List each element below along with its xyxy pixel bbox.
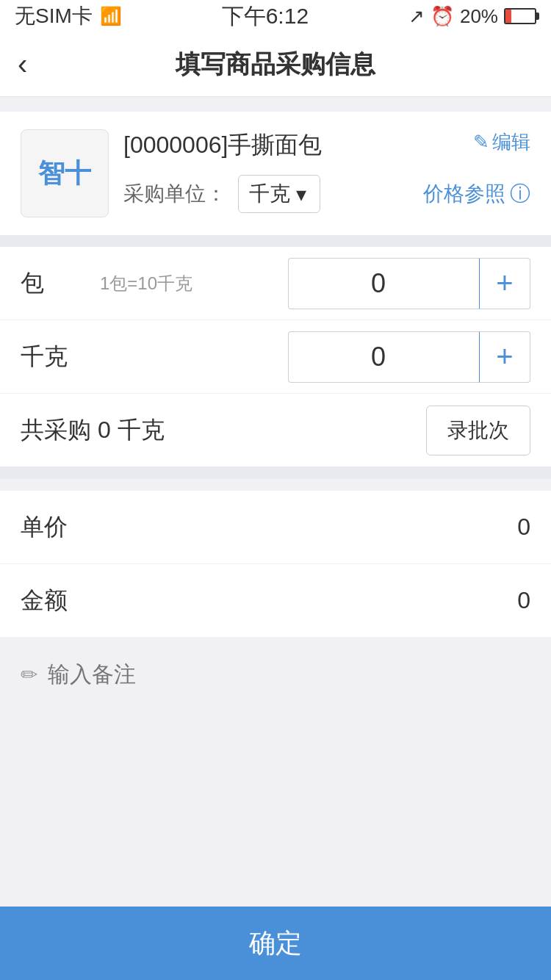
remark-input[interactable] <box>48 662 530 687</box>
unit-dropdown[interactable]: 千克 ▾ <box>238 175 320 213</box>
kg-qty-input[interactable] <box>288 331 479 383</box>
kg-plus-button[interactable]: + <box>479 331 530 383</box>
pencil-icon: ✏ <box>21 663 37 687</box>
page-title: 填写商品采购信息 <box>176 48 375 82</box>
dropdown-arrow: ▾ <box>296 182 306 206</box>
edit-label: 编辑 <box>492 129 530 155</box>
bag-sublabel: 1包=10千克 <box>100 272 192 295</box>
bag-input-wrapper: + <box>288 258 530 309</box>
alarm-icon: ⏰ <box>431 5 454 28</box>
unit-value: 千克 <box>249 180 290 208</box>
unit-price-value: 0 <box>517 514 530 541</box>
status-time: 下午6:12 <box>222 1 309 32</box>
bag-input-row: 包 1包=10千克 + <box>0 247 551 320</box>
battery-icon <box>504 8 536 24</box>
back-button[interactable]: ‹ <box>18 48 27 81</box>
summary-row: 共采购 0 千克 录批次 <box>0 394 551 467</box>
status-right: ↗ ⏰ 20% <box>408 5 536 28</box>
input-section: 包 1包=10千克 + 千克 + <box>0 247 551 394</box>
product-info: [0000006]手撕面包 ✎ 编辑 采购单位： 千克 ▾ 价格参照 ⓘ <box>123 129 530 213</box>
amount-value: 0 <box>517 587 530 614</box>
edit-icon: ✎ <box>473 131 489 154</box>
confirm-button[interactable]: 确定 <box>0 907 551 980</box>
unit-price-label: 单价 <box>21 511 68 544</box>
status-bar: 无SIM卡 📶 下午6:12 ↗ ⏰ 20% <box>0 0 551 32</box>
product-logo: 智十 <box>38 156 91 192</box>
bag-qty-input[interactable] <box>288 258 479 309</box>
bag-plus-button[interactable]: + <box>479 258 530 309</box>
summary-text: 共采购 0 千克 <box>21 414 165 447</box>
product-card: 智十 [0000006]手撕面包 ✎ 编辑 采购单位： 千克 ▾ 价格参照 ⓘ <box>0 112 551 235</box>
edit-button[interactable]: ✎ 编辑 <box>473 129 530 155</box>
purchase-unit-label: 采购单位： <box>123 180 226 208</box>
kg-input-row: 千克 + <box>0 320 551 394</box>
purchase-unit-row: 采购单位： 千克 ▾ 价格参照 ⓘ <box>123 175 530 213</box>
price-ref-button[interactable]: 价格参照 ⓘ <box>423 180 530 208</box>
remark-section: ✏ <box>0 638 551 711</box>
status-left: 无SIM卡 📶 <box>15 2 122 30</box>
page-header: ‹ 填写商品采购信息 <box>0 32 551 97</box>
kg-input-wrapper: + <box>288 331 530 383</box>
bag-label: 包 <box>21 267 94 300</box>
product-name: [0000006]手撕面包 <box>123 129 473 162</box>
product-name-row: [0000006]手撕面包 ✎ 编辑 <box>123 129 530 162</box>
amount-label: 金额 <box>21 585 68 617</box>
amount-row: 金额 0 <box>0 564 551 638</box>
battery-percent: 20% <box>460 5 498 28</box>
price-ref-label: 价格参照 <box>423 180 505 208</box>
wifi-icon: 📶 <box>100 6 122 26</box>
unit-price-row: 单价 0 <box>0 491 551 564</box>
location-icon: ↗ <box>408 5 425 28</box>
carrier-text: 无SIM卡 <box>15 2 93 30</box>
batch-button[interactable]: 录批次 <box>426 406 530 455</box>
kg-label: 千克 <box>21 341 94 373</box>
divider-1 <box>0 235 551 247</box>
help-icon: ⓘ <box>510 180 530 208</box>
product-image: 智十 <box>21 129 109 217</box>
price-info-section: 单价 0 金额 0 <box>0 491 551 638</box>
divider-2 <box>0 467 551 479</box>
